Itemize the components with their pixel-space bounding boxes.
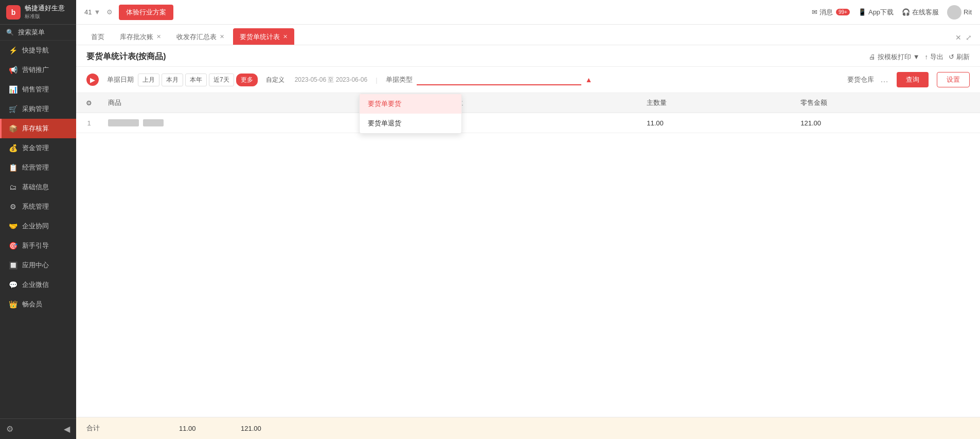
refresh-icon: ↺ bbox=[949, 53, 954, 61]
filter-expand-btn[interactable]: ▶ bbox=[86, 74, 99, 86]
print-arrow-icon: ▼ bbox=[913, 53, 920, 61]
topbar-settings-icon[interactable]: ⚙ bbox=[106, 8, 113, 16]
sidebar-item-label: 畅会员 bbox=[22, 300, 42, 309]
topbar: 41 ▼ ⚙ 体验行业方案 ✉ 消息 99+ 📱 App下载 🎧 在线客服 R bbox=[76, 0, 980, 25]
warehouse-label: 要货仓库 bbox=[847, 75, 874, 84]
date-range-display: 2023-05-06 至 2023-06-06 bbox=[295, 76, 367, 84]
sidebar-item-label: 销售管理 bbox=[22, 85, 49, 94]
tab-home[interactable]: 首页 bbox=[84, 28, 111, 45]
page-actions: 🖨 按模板打印 ▼ ↑ 导出 ↺ 刷新 bbox=[869, 52, 970, 62]
sidebar-item-member[interactable]: 👑 畅会员 bbox=[0, 295, 76, 314]
sidebar-nav: ⚡ 快捷导航 📢 营销推广 📊 销售管理 🛒 采购管理 📦 库存核算 💰 资金管… bbox=[0, 41, 76, 418]
dropdown-item-order-goods[interactable]: 要货单要货 bbox=[360, 94, 461, 114]
enterprise-icon: 🤝 bbox=[8, 222, 18, 230]
sidebar-item-label: 快捷导航 bbox=[22, 46, 49, 55]
sidebar-item-label: 企业微信 bbox=[22, 280, 49, 289]
sidebar-item-finance[interactable]: 💰 资金管理 bbox=[0, 138, 76, 158]
tab-expand-icon[interactable]: ⤢ bbox=[966, 33, 972, 42]
dropdown-item-order-return[interactable]: 要货单退货 bbox=[360, 114, 461, 133]
customer-service-btn[interactable]: 🎧 在线客服 bbox=[902, 8, 939, 17]
tab-receive-summary[interactable]: 收发存汇总表 ✕ bbox=[170, 28, 231, 45]
sidebar-item-guide[interactable]: 🎯 新手引导 bbox=[0, 236, 76, 255]
sidebar-item-label: 应用中心 bbox=[22, 261, 49, 270]
date-btn-more[interactable]: 更多 bbox=[236, 74, 258, 86]
date-custom-btn[interactable]: 自定义 bbox=[262, 74, 289, 86]
date-btn-last-7days[interactable]: 近7天 bbox=[209, 74, 234, 86]
service-label: 在线客服 bbox=[912, 8, 939, 17]
table-body: 1 块 11.00 121.00 bbox=[76, 113, 980, 133]
print-icon: 🖨 bbox=[869, 53, 876, 61]
settings-button[interactable]: 设置 bbox=[937, 72, 970, 87]
tab-receive-summary-label: 收发存汇总表 bbox=[176, 32, 217, 42]
print-btn[interactable]: 🖨 按模板打印 ▼ bbox=[869, 52, 920, 62]
tab-receive-summary-close[interactable]: ✕ bbox=[220, 33, 224, 40]
type-input[interactable] bbox=[417, 75, 581, 85]
col-settings[interactable]: ⚙ bbox=[76, 93, 102, 113]
message-badge: 99+ bbox=[836, 9, 850, 15]
sidebar-item-label: 营销推广 bbox=[22, 65, 49, 75]
trial-btn[interactable]: 体验行业方案 bbox=[119, 5, 173, 20]
sidebar-item-basic[interactable]: 🗂 基础信息 bbox=[0, 177, 76, 197]
wechat-icon: 💬 bbox=[8, 281, 18, 289]
sidebar-item-label: 新手引导 bbox=[22, 241, 49, 250]
sidebar-search[interactable]: 🔍 搜索菜单 bbox=[0, 25, 76, 41]
user-profile[interactable]: Rit bbox=[947, 5, 972, 20]
tab-close-all-icon[interactable]: ✕ bbox=[955, 33, 961, 42]
export-label: 导出 bbox=[930, 52, 943, 62]
app-download-btn[interactable]: 📱 App下载 bbox=[858, 8, 894, 17]
product-code-blurred bbox=[143, 119, 164, 126]
tab-batch-account-label: 库存批次账 bbox=[120, 32, 153, 42]
sidebar-item-label: 库存核算 bbox=[22, 124, 49, 133]
sidebar-item-system[interactable]: ⚙ 系统管理 bbox=[0, 197, 76, 216]
page-header: 要货单统计表(按商品) 🖨 按模板打印 ▼ ↑ 导出 ↺ 刷新 bbox=[76, 45, 980, 67]
sidebar-item-label: 企业协同 bbox=[22, 222, 49, 231]
sidebar-item-quick-nav[interactable]: ⚡ 快捷导航 bbox=[0, 41, 76, 60]
sidebar-item-appstore[interactable]: 🔲 应用中心 bbox=[0, 255, 76, 275]
date-btn-last-month[interactable]: 上月 bbox=[138, 74, 159, 86]
refresh-label: 刷新 bbox=[956, 52, 970, 62]
tab-order-stats-label: 要货单统计表 bbox=[240, 32, 280, 42]
sidebar-item-operation[interactable]: 📋 经营管理 bbox=[0, 158, 76, 177]
sidebar-item-wechat[interactable]: 💬 企业微信 bbox=[0, 275, 76, 295]
row-qty: 11.00 bbox=[640, 113, 794, 133]
table-footer: 合计 11.00 121.00 bbox=[76, 417, 980, 439]
table-row: 1 块 11.00 121.00 bbox=[76, 113, 980, 133]
warehouse-more-icon[interactable]: … bbox=[880, 75, 888, 84]
sidebar-item-marketing[interactable]: 📢 营销推广 bbox=[0, 60, 76, 80]
store-selector[interactable]: 41 ▼ bbox=[84, 8, 100, 16]
filter-separator-1: | bbox=[376, 76, 377, 84]
column-settings-icon[interactable]: ⚙ bbox=[86, 99, 92, 107]
date-btn-this-month[interactable]: 本月 bbox=[162, 74, 183, 86]
page-title: 要货单统计表(按商品) bbox=[86, 51, 166, 62]
table-area: ⚙ 商品 主计量单位 主数量 零售金额 1 块 11 bbox=[76, 93, 980, 417]
sales-icon: 📊 bbox=[8, 85, 18, 94]
type-dropdown: 要货单要货 要货单退货 bbox=[359, 94, 462, 134]
sidebar-item-enterprise[interactable]: 🤝 企业协同 bbox=[0, 216, 76, 236]
type-label: 单据类型 bbox=[386, 75, 413, 84]
sidebar-item-sales[interactable]: 📊 销售管理 bbox=[0, 80, 76, 99]
date-btn-this-year[interactable]: 本年 bbox=[185, 74, 207, 86]
query-button[interactable]: 查询 bbox=[897, 72, 929, 87]
sidebar-item-inventory[interactable]: 📦 库存核算 bbox=[0, 119, 76, 138]
filter-warehouse-group: 要货仓库 … bbox=[847, 75, 888, 84]
member-icon: 👑 bbox=[8, 300, 18, 308]
tab-order-stats-close[interactable]: ✕ bbox=[283, 33, 288, 40]
marketing-icon: 📢 bbox=[8, 66, 18, 74]
sidebar-item-purchase[interactable]: 🛒 采购管理 bbox=[0, 99, 76, 119]
tab-batch-account-close[interactable]: ✕ bbox=[156, 33, 161, 40]
table-header: ⚙ 商品 主计量单位 主数量 零售金额 bbox=[76, 93, 980, 113]
filter-type-group: 单据类型 ▲ bbox=[386, 75, 831, 85]
refresh-btn[interactable]: ↺ 刷新 bbox=[949, 52, 970, 62]
total-label-text: 合计 bbox=[86, 424, 100, 432]
date-buttons: 上月 本月 本年 近7天 更多 bbox=[138, 74, 258, 86]
tab-batch-account[interactable]: 库存批次账 ✕ bbox=[113, 28, 168, 45]
sidebar-collapse-icon[interactable]: ◀ bbox=[64, 424, 70, 434]
export-btn[interactable]: ↑ 导出 bbox=[925, 52, 944, 62]
type-dropdown-arrow[interactable]: ▲ bbox=[585, 76, 593, 84]
sidebar-logo: b 畅捷通好生意 标准版 bbox=[0, 0, 76, 25]
tab-order-stats[interactable]: 要货单统计表 ✕ bbox=[233, 28, 294, 45]
message-btn[interactable]: ✉ 消息 99+ bbox=[812, 8, 850, 17]
tabs-right-controls: ✕ ⤢ bbox=[955, 33, 972, 45]
sidebar-settings-icon[interactable]: ⚙ bbox=[6, 424, 13, 434]
download-icon: 📱 bbox=[858, 8, 866, 16]
